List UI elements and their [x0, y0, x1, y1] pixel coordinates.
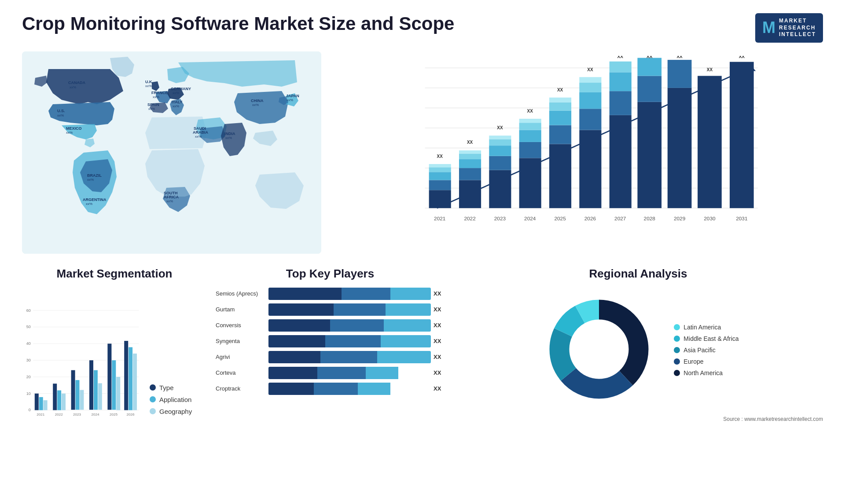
kp-seg2	[317, 367, 366, 379]
kp-xx: XX	[434, 322, 445, 329]
svg-rect-124	[53, 383, 57, 410]
svg-rect-61	[489, 135, 511, 139]
svg-text:xx%: xx%	[86, 202, 92, 206]
svg-text:20: 20	[26, 374, 31, 379]
kp-seg1	[268, 288, 342, 300]
svg-rect-120	[35, 394, 39, 410]
svg-text:MEXICO: MEXICO	[66, 126, 82, 131]
reg-label-apac: Asia Pacific	[683, 347, 715, 354]
svg-rect-53	[459, 153, 481, 159]
svg-rect-128	[71, 370, 75, 409]
svg-text:xx%: xx%	[148, 107, 155, 111]
regional-title: Regional Analysis	[453, 267, 823, 281]
kp-xx: XX	[434, 338, 445, 344]
svg-rect-74	[549, 102, 571, 110]
svg-rect-88	[610, 62, 632, 73]
svg-rect-44	[429, 180, 451, 190]
svg-rect-73	[549, 111, 571, 125]
svg-text:U.S.: U.S.	[57, 109, 65, 113]
svg-rect-142	[133, 354, 137, 410]
kp-bar-wrap: XX	[268, 288, 445, 300]
growth-chart-svg: XX 2021 XX 2022 XX 2023	[356, 56, 814, 236]
svg-rect-136	[107, 343, 111, 409]
svg-rect-60	[489, 139, 511, 146]
kp-row: Corteva XX	[216, 367, 445, 379]
svg-text:2026: 2026	[584, 215, 596, 221]
svg-text:xx%: xx%	[87, 178, 94, 182]
kp-bar-bg	[268, 367, 431, 379]
kp-name: Syngenta	[216, 338, 264, 344]
svg-text:2021: 2021	[434, 215, 445, 221]
svg-rect-133	[94, 370, 98, 409]
svg-rect-54	[459, 150, 481, 153]
svg-text:2031: 2031	[736, 215, 747, 221]
seg-chart-container: 60 50 40 30 20 10 0	[22, 288, 207, 428]
kp-bar-wrap: XX	[268, 383, 445, 395]
reg-dot-mea	[674, 336, 680, 342]
svg-text:xx%: xx%	[195, 135, 202, 139]
svg-rect-59	[489, 146, 511, 156]
svg-rect-126	[62, 394, 66, 410]
svg-text:XX: XX	[557, 88, 563, 92]
svg-rect-97	[668, 60, 692, 88]
svg-text:xx%: xx%	[173, 104, 179, 108]
svg-rect-93	[637, 58, 661, 76]
svg-text:10: 10	[26, 391, 31, 395]
svg-rect-57	[489, 170, 511, 208]
kp-row: Syngenta XX	[216, 335, 445, 347]
kp-row: Conversis XX	[216, 319, 445, 332]
reg-label-mea: Middle East & Africa	[683, 335, 738, 342]
svg-rect-130	[80, 390, 84, 409]
svg-rect-141	[129, 347, 132, 410]
kp-seg2	[342, 288, 390, 300]
svg-rect-66	[519, 130, 541, 142]
svg-text:INDIA: INDIA	[224, 131, 235, 136]
kp-bar-wrap: XX	[268, 367, 445, 379]
legend-dot-application	[150, 396, 156, 402]
svg-rect-82	[579, 77, 601, 83]
svg-text:xx%: xx%	[153, 95, 159, 99]
svg-text:2026: 2026	[127, 413, 135, 416]
chart-area: XX 2021 XX 2022 XX 2023	[330, 51, 823, 254]
logo-box: M MARKET RESEARCH INTELLECT	[755, 13, 823, 43]
kp-seg2	[325, 335, 380, 347]
page-title: Crop Monitoring Software Market Size and…	[22, 13, 454, 34]
legend-label-geography: Geography	[159, 408, 192, 415]
svg-rect-78	[579, 130, 601, 208]
svg-text:2024: 2024	[92, 413, 99, 416]
svg-text:2024: 2024	[524, 215, 536, 221]
svg-rect-132	[89, 360, 93, 410]
svg-rect-43	[429, 190, 451, 208]
reg-label-na: North America	[683, 369, 723, 376]
kp-seg2	[314, 383, 358, 395]
kp-xx: XX	[434, 290, 445, 297]
svg-text:XX: XX	[497, 125, 503, 130]
kp-bar-bg	[268, 319, 431, 332]
svg-text:2022: 2022	[55, 413, 63, 416]
svg-rect-129	[76, 380, 80, 410]
kp-bar-wrap: XX	[268, 335, 445, 347]
svg-rect-80	[579, 92, 601, 109]
seg-chart-svg-wrap: 60 50 40 30 20 10 0	[22, 303, 141, 428]
reg-legend-apac: Asia Pacific	[674, 347, 738, 354]
regional-legend: Latin America Middle East & Africa Asia …	[674, 324, 738, 376]
logo-line1: MARKET	[779, 18, 816, 25]
reg-label-europe: Europe	[683, 358, 703, 365]
svg-text:XX: XX	[676, 56, 683, 59]
svg-rect-67	[519, 123, 541, 130]
svg-rect-72	[549, 125, 571, 144]
kp-bar-bg	[268, 383, 431, 395]
svg-text:FRANCE: FRANCE	[151, 91, 168, 95]
svg-text:XX: XX	[707, 67, 713, 72]
kp-seg2	[330, 319, 384, 332]
kp-seg3	[384, 319, 431, 332]
reg-legend-latin: Latin America	[674, 324, 738, 331]
kp-bar-wrap: XX	[268, 351, 445, 363]
svg-rect-134	[98, 383, 102, 409]
legend-label-type: Type	[159, 384, 174, 391]
svg-rect-137	[112, 360, 116, 410]
keyplayers-list: Semios (Aprecs) XX Gurtam	[216, 288, 445, 395]
svg-rect-50	[459, 180, 481, 208]
svg-rect-75	[549, 98, 571, 102]
svg-text:XX: XX	[587, 67, 593, 72]
